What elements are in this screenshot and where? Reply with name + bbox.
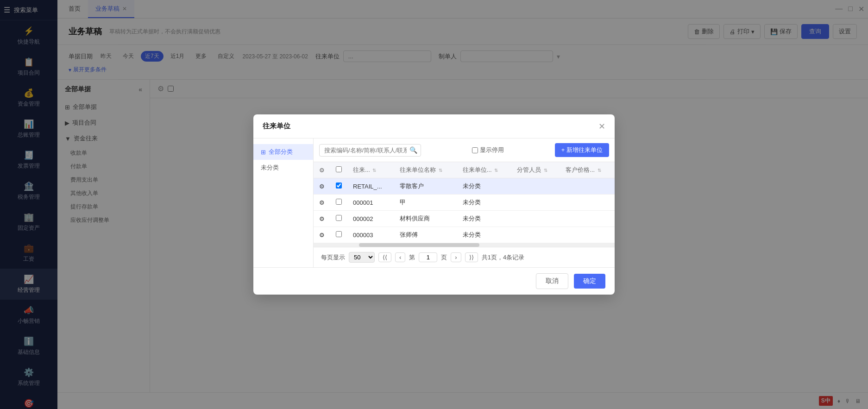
row-name: 张师傅 (394, 227, 457, 243)
row-checkbox[interactable] (336, 231, 342, 237)
show-disabled-label: 显示停用 (480, 146, 504, 154)
confirm-button[interactable]: 确定 (574, 274, 605, 289)
row-settings[interactable]: ⚙ (314, 195, 330, 211)
row-manager (511, 195, 560, 211)
modal-main: 🔍 显示停用 + 新增往来单位 ⚙ (314, 138, 615, 267)
sort-price-icon: ⇅ (598, 168, 601, 173)
table-row[interactable]: ⚙ 000001 甲 未分类 (314, 195, 615, 211)
row-name: 零散客户 (394, 178, 457, 195)
modal-sidebar-all[interactable]: ⊞ 全部分类 (253, 144, 313, 160)
total-records-label: 共1页，4条记录 (482, 253, 524, 262)
table-select-all-checkbox[interactable] (336, 166, 342, 172)
first-page-button[interactable]: ⟨⟨ (378, 252, 391, 262)
row-checkbox-cell[interactable] (330, 211, 347, 227)
modal-search-bar: 🔍 显示停用 + 新增往来单位 (314, 138, 615, 162)
search-wrap: 🔍 (319, 144, 421, 157)
modal-pagination: 每页显示 50 20 100 ⟨⟨ ‹ 第 页 › ⟩⟩ 共1页，4条 (314, 247, 615, 267)
row-price-level (560, 211, 615, 227)
page-number-input[interactable] (419, 252, 437, 262)
row-category: 未分类 (457, 178, 512, 195)
col-price[interactable]: 客户价格... ⇅ (560, 162, 615, 178)
pagination-bar: 每页显示 50 20 100 ⟨⟨ ‹ 第 页 › ⟩⟩ 共1页，4条 (321, 252, 607, 263)
modal-header: 往来单位 ✕ (253, 114, 615, 138)
modal-action-footer: 取消 确定 (253, 267, 615, 295)
row-manager (511, 227, 560, 243)
row-checkbox-cell[interactable] (330, 195, 347, 211)
row-code: RETAIL_... (347, 178, 394, 195)
party-search-input[interactable] (319, 144, 421, 157)
next-page-button[interactable]: › (451, 252, 461, 262)
table-header-row: ⚙ 往来... ⇅ 往来单位名称 ⇅ (314, 162, 615, 178)
row-settings[interactable]: ⚙ (314, 227, 330, 243)
sort-name-icon: ⇅ (439, 168, 442, 173)
row-code: 000002 (347, 211, 394, 227)
grid-icon: ⊞ (261, 149, 266, 156)
modal-table-wrap: ⚙ 往来... ⇅ 往来单位名称 ⇅ (314, 162, 615, 247)
row-price-level (560, 227, 615, 243)
per-page-label: 每页显示 (321, 253, 345, 262)
col-manager[interactable]: 分管人员 ⇅ (511, 162, 560, 178)
modal-sidebar: ⊞ 全部分类 未分类 (253, 138, 314, 267)
modal-overlay[interactable]: 往来单位 ✕ ⊞ 全部分类 未分类 🔍 (0, 0, 868, 409)
modal-body: ⊞ 全部分类 未分类 🔍 显示停用 (253, 138, 615, 267)
cancel-button[interactable]: 取消 (536, 273, 568, 289)
sort-manager-icon: ⇅ (544, 168, 547, 173)
modal-sidebar-all-label: 全部分类 (269, 148, 293, 156)
col-checkbox (330, 162, 347, 178)
modal-sidebar-unclassified-label: 未分类 (261, 164, 279, 172)
modal-table: ⚙ 往来... ⇅ 往来单位名称 ⇅ (314, 162, 615, 243)
row-manager (511, 211, 560, 227)
row-code: 000003 (347, 227, 394, 243)
sort-category-icon: ⇅ (494, 168, 498, 173)
row-settings[interactable]: ⚙ (314, 211, 330, 227)
table-row[interactable]: ⚙ RETAIL_... 零散客户 未分类 (314, 178, 615, 195)
row-price-level (560, 178, 615, 195)
modal-title: 往来单位 (263, 122, 290, 131)
page-suffix: 页 (441, 253, 447, 262)
per-page-select[interactable]: 50 20 100 (349, 252, 375, 263)
page-prefix: 第 (409, 253, 415, 262)
row-manager (511, 178, 560, 195)
sort-code-icon: ⇅ (372, 168, 376, 173)
row-checkbox-cell[interactable] (330, 227, 347, 243)
row-category: 未分类 (457, 227, 512, 243)
row-price-level (560, 195, 615, 211)
row-checkbox[interactable] (336, 215, 342, 221)
scrollbar-thumb (359, 243, 479, 247)
modal-sidebar-unclassified[interactable]: 未分类 (253, 160, 313, 176)
modal-party: 往来单位 ✕ ⊞ 全部分类 未分类 🔍 (253, 114, 615, 295)
show-disabled-wrap: 显示停用 (472, 146, 504, 154)
show-disabled-checkbox[interactable] (472, 147, 478, 153)
row-checkbox[interactable] (336, 199, 342, 205)
add-party-button[interactable]: + 新增往来单位 (555, 143, 609, 157)
row-category: 未分类 (457, 211, 512, 227)
col-settings[interactable]: ⚙ (314, 162, 330, 178)
modal-close-button[interactable]: ✕ (598, 122, 605, 131)
last-page-button[interactable]: ⟩⟩ (465, 252, 478, 262)
table-row[interactable]: ⚙ 000002 材料供应商 未分类 (314, 211, 615, 227)
row-code: 000001 (347, 195, 394, 211)
col-category[interactable]: 往来单位... ⇅ (457, 162, 512, 178)
prev-page-button[interactable]: ‹ (395, 252, 405, 262)
table-row[interactable]: ⚙ 000003 张师傅 未分类 (314, 227, 615, 243)
col-code[interactable]: 往来... ⇅ (347, 162, 394, 178)
row-checkbox[interactable] (336, 182, 342, 189)
horizontal-scrollbar[interactable] (314, 243, 615, 247)
row-category: 未分类 (457, 195, 512, 211)
row-settings[interactable]: ⚙ (314, 178, 330, 195)
row-checkbox-cell[interactable] (330, 178, 347, 195)
row-name: 材料供应商 (394, 211, 457, 227)
row-name: 甲 (394, 195, 457, 211)
col-name[interactable]: 往来单位名称 ⇅ (394, 162, 457, 178)
